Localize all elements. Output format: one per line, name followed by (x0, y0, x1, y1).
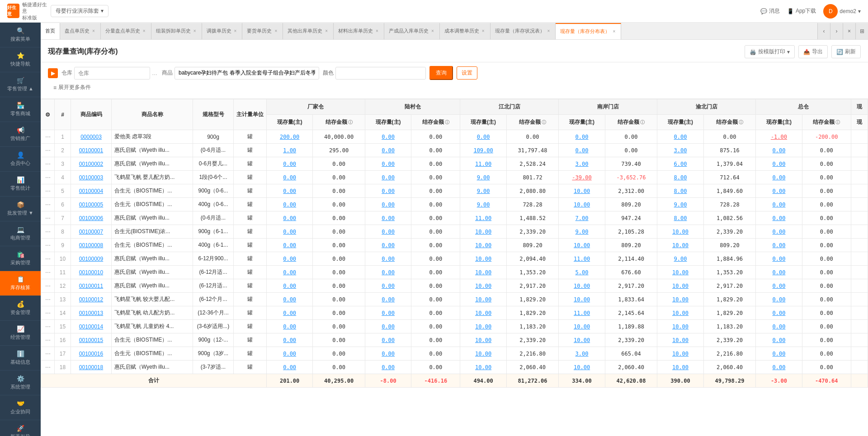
sidebar-item-search[interactable]: 🔍 搜索英单 (0, 23, 41, 47)
refresh-btn[interactable]: 🔄 刷新 (831, 45, 861, 58)
tab-nav-close-all[interactable]: × (843, 23, 855, 39)
sidebar-item-quick-nav[interactable]: ⭐ 快捷导航 (0, 47, 41, 72)
col-lcg-qty: 0.00 (365, 279, 411, 293)
tab-close-clck[interactable]: × (375, 28, 379, 34)
query-btn[interactable]: 查询 (429, 66, 453, 80)
tab-dbdj[interactable]: 调拨单历史 × (202, 23, 243, 39)
filter-more-row: ≡ 展开更多条件 (48, 80, 861, 95)
col-cjc-qty: 0.00 (267, 306, 313, 320)
sidebar-item-system[interactable]: ⚙️ 系统管理 (0, 370, 41, 395)
tab-flpddj[interactable]: 分量盘点单历史 × (101, 23, 151, 39)
col-code-cell: 0000003 (71, 130, 112, 144)
tab-close-yhdj[interactable]: × (274, 28, 278, 34)
sidebar-item-ecommerce[interactable]: 💻 电商管理 (0, 221, 41, 246)
tab-close-flpddj[interactable]: × (142, 28, 146, 34)
col-yb-qty: 10.00 (657, 361, 703, 374)
filter-expand-btn[interactable]: ▶ (48, 68, 58, 78)
message-btn[interactable]: 💬 消息 (760, 7, 780, 15)
color-input[interactable] (335, 67, 426, 80)
warehouse-input[interactable] (74, 67, 150, 80)
info-icon-2[interactable]: ⓘ (445, 120, 449, 125)
sidebar-item-member[interactable]: 👤 会员中心 (0, 147, 41, 172)
sidebar-item-basic-info[interactable]: ℹ️ 基础信息 (0, 346, 41, 370)
tab-nav-left[interactable]: ‹ (817, 23, 830, 39)
col-index-cell: 14 (55, 306, 71, 320)
tab-close-cbtz[interactable]: × (481, 28, 486, 34)
col-jb-qty: 10.00 (460, 347, 506, 361)
tab-clck[interactable]: 材料出库单历史 × (334, 23, 384, 39)
col-na-amt: 2,917.20 (605, 279, 657, 293)
user-profile[interactable]: D demo2 ▾ (823, 4, 861, 19)
tab-qtckdj[interactable]: 其他出库单历史 × (283, 23, 334, 39)
col-lcg-amt: 0.00 (411, 279, 460, 293)
col-settings-cell: ⋯ (41, 306, 55, 320)
settings-btn[interactable]: 设置 (457, 66, 477, 80)
col-settings-cell: ⋯ (41, 225, 55, 239)
tab-xclkfb[interactable]: 现存量（库存分布表） × (556, 23, 621, 39)
wholesale-icon: 📦 (2, 201, 39, 208)
sidebar-item-inventory[interactable]: 📋 库存核算 (0, 271, 41, 296)
sidebar-item-retail-mgmt[interactable]: 🛒 零售管理 ▲ (0, 72, 41, 97)
sidebar-item-enterprise[interactable]: 🤝 企业协同 (0, 395, 41, 420)
col-name-cell: 爱他美 虑草3段 (112, 130, 193, 144)
info-icon-1[interactable]: ⓘ (348, 120, 353, 125)
sidebar-item-ops[interactable]: 📈 经营管理 (0, 321, 41, 346)
tab-cbtz[interactable]: 成本调整单历史 × (440, 23, 491, 39)
col-total-qty-cell: 0.00 (756, 184, 802, 198)
col-cjc-amt: 0.00 (313, 171, 365, 184)
sidebar-item-marketing[interactable]: 📢 营销推广 (0, 122, 41, 147)
info-icon-6[interactable]: ⓘ (835, 120, 840, 125)
col-unit-cell: 罐 (234, 252, 267, 266)
tab-pddj[interactable]: 盘点单历史 × (60, 23, 101, 39)
col-xcl-cell (851, 144, 868, 157)
sidebar-item-wholesale[interactable]: 📦 批发管理 ▼ (0, 197, 41, 221)
info-icon-4[interactable]: ⓘ (640, 120, 645, 125)
col-index-cell: 13 (55, 293, 71, 306)
tab-xclkzk[interactable]: 现存量（库存状况表） × (491, 23, 556, 39)
app-download-btn[interactable]: 📱 App下载 (787, 7, 816, 15)
col-na-qty: 3.00 (559, 347, 605, 361)
col-name-cell: 合生元（BIOSTIME）... (112, 198, 193, 211)
tab-close-dbdj[interactable]: × (233, 28, 238, 34)
col-jb-amt: 2,094.40 (506, 252, 559, 266)
sidebar-item-guide[interactable]: 🚀 新手引导 (0, 420, 41, 436)
warehouse-field: 仓库 … (61, 67, 158, 80)
tab-yhdj[interactable]: 要货单历史 × (242, 23, 283, 39)
tab-close-zzcc[interactable]: × (193, 28, 197, 34)
col-name-cell: 飞鹤星飞帆 较大婴儿配... (112, 293, 193, 306)
tab-close-xclkzk[interactable]: × (547, 28, 551, 34)
info-icon-5[interactable]: ⓘ (739, 120, 743, 125)
sidebar-item-retail-stats[interactable]: 📊 零售统计 (0, 172, 41, 197)
col-lcg-amt: 0.00 (411, 184, 460, 198)
tab-nav-right[interactable]: › (830, 23, 843, 39)
tab-close-xclkfb[interactable]: × (612, 28, 616, 34)
tab-close-qtckdj[interactable]: × (324, 28, 329, 34)
col-spec-cell: 0-6月婴儿... (193, 157, 234, 171)
col-name-cell: 惠氏启赋（Wyeth illu... (112, 157, 193, 171)
col-code-cell: 00100011 (71, 279, 112, 293)
print-btn[interactable]: 🖨️ 按模版打印 ▾ (745, 45, 795, 58)
col-jb-qty: 10.00 (460, 306, 506, 320)
tab-nav-expand[interactable]: ⊞ (855, 23, 868, 39)
filter-more-btn[interactable]: ≡ 展开更多条件 (48, 82, 861, 93)
col-settings-cell: ⋯ (41, 347, 55, 361)
info-icon-3[interactable]: ⓘ (542, 120, 546, 125)
export-btn[interactable]: 📤 导出 (798, 45, 828, 58)
sidebar-item-retail-mall[interactable]: 🏪 零售商城 (0, 97, 41, 122)
col-xcl-cell (851, 198, 868, 211)
sidebar-item-purchase[interactable]: 🛍️ 采购管理 (0, 246, 41, 271)
tab-zzcc[interactable]: 组装拆卸单历史 × (151, 23, 202, 39)
col-total-qty-cell: 0.00 (756, 279, 802, 293)
tab-ccprk[interactable]: 产成品入库单历史 × (384, 23, 440, 39)
col-index: # (55, 99, 71, 130)
col-settings-cell: ⋯ (41, 184, 55, 198)
tab-close-ccprk[interactable]: × (430, 28, 435, 34)
goods-input[interactable] (175, 67, 319, 80)
tab-home[interactable]: 首页 (41, 23, 60, 39)
col-cjc-qty: 0.00 (267, 361, 313, 374)
col-na-amt: 739.40 (605, 157, 657, 171)
sidebar-item-capital[interactable]: 💰 资金管理 (0, 296, 41, 321)
tab-close-pddj[interactable]: × (91, 28, 96, 34)
col-code-cell: 00100001 (71, 144, 112, 157)
industry-selector[interactable]: 母婴行业演示陈套 ▾ (51, 5, 108, 17)
